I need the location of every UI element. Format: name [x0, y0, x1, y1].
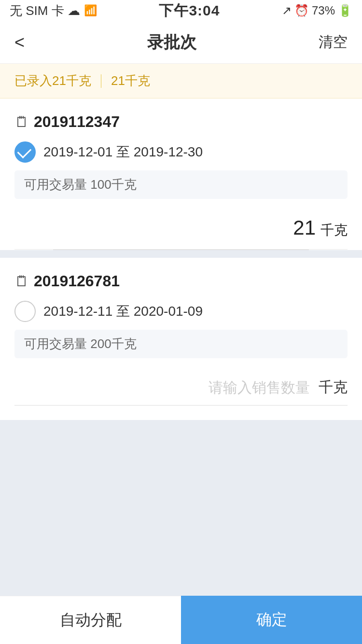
section-divider-2	[0, 420, 362, 428]
card-row-1[interactable]: 2019-12-01 至 2019-12-30	[14, 137, 348, 170]
recorded-value: 21千克	[111, 72, 150, 89]
nav-bar: < 录批次 清空	[0, 21, 362, 64]
input-section: 千克	[14, 368, 348, 420]
clear-button[interactable]: 清空	[319, 32, 348, 52]
qty-input[interactable]	[14, 379, 310, 396]
available-qty-1: 可用交易量 100千克	[14, 170, 348, 199]
radio-button-2[interactable]	[14, 301, 36, 322]
date-range-2: 2019-12-11 至 2020-01-09	[43, 302, 203, 321]
batch-card-1: 🗒 2019112347 2019-12-01 至 2019-12-30 可用交…	[0, 98, 362, 250]
auto-distribute-button[interactable]: 自动分配	[0, 596, 181, 644]
available-qty-2: 可用交易量 200千克	[14, 330, 348, 358]
batch-id-1: 2019112347	[34, 113, 120, 131]
info-banner: 已录入21千克 21千克	[0, 64, 362, 98]
banner-divider	[101, 74, 101, 88]
bottom-bar: 自动分配 确定	[0, 596, 362, 644]
card-header-1: 🗒 2019112347	[14, 113, 348, 131]
confirm-button[interactable]: 确定	[181, 596, 362, 644]
battery-text: 73%	[312, 4, 335, 17]
wifi-icon: 📶	[84, 4, 97, 17]
alarm-icon: ⏰	[294, 4, 309, 17]
location-icon: ↗	[282, 4, 292, 17]
batch-id-2: 2019126781	[34, 272, 120, 290]
qty-input-row: 千克	[14, 368, 348, 405]
input-unit: 千克	[319, 378, 348, 397]
page-title: 录批次	[147, 31, 196, 54]
document-icon-1: 🗒	[14, 114, 29, 130]
status-time: 下午3:04	[159, 1, 220, 21]
section-divider	[0, 250, 362, 258]
back-button[interactable]: <	[14, 32, 25, 53]
document-icon-2: 🗒	[14, 273, 29, 290]
date-range-1: 2019-12-01 至 2019-12-30	[43, 143, 203, 161]
status-right: ↗ ⏰ 73% 🔋	[282, 4, 352, 17]
radio-button-1[interactable]	[14, 141, 36, 163]
card-row-2[interactable]: 2019-12-11 至 2020-01-09	[14, 296, 348, 330]
amount-row-1: 21 千克	[14, 209, 348, 250]
empty-area	[0, 428, 362, 621]
amount-unit-1: 千克	[320, 221, 348, 239]
recorded-label: 已录入21千克	[14, 72, 91, 89]
status-bar: 无 SIM 卡 ☁ 📶 下午3:04 ↗ ⏰ 73% 🔋	[0, 0, 362, 21]
status-left: 无 SIM 卡 ☁ 📶	[10, 2, 97, 19]
amount-value-1: 21	[293, 216, 316, 239]
card-header-2: 🗒 2019126781	[14, 272, 348, 290]
batch-card-2: 🗒 2019126781 2019-12-11 至 2020-01-09 可用交…	[0, 258, 362, 420]
battery-icon: 🔋	[338, 4, 352, 17]
no-sim-text: 无 SIM 卡 ☁	[10, 2, 80, 19]
